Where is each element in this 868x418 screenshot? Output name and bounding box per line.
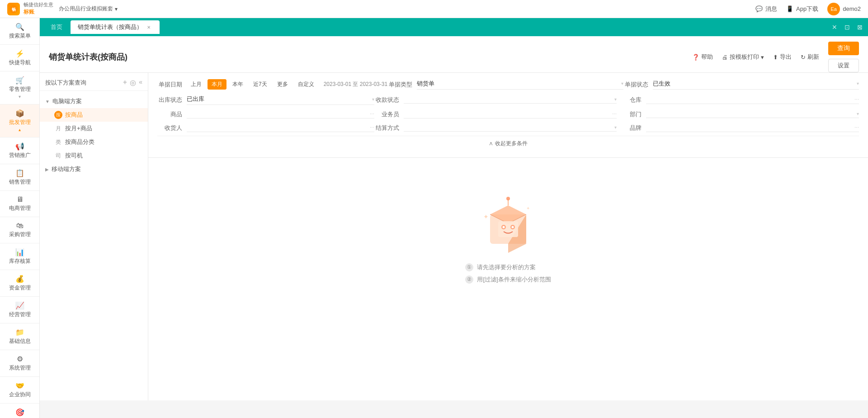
search-menu-icon: 🔍: [2, 23, 38, 31]
sidebar-item-quicknav[interactable]: ⚡ 快捷导航: [0, 45, 39, 71]
export-icon: ⬆: [773, 54, 778, 61]
empty-illustration: ✦ ✦: [476, 194, 540, 253]
export-button[interactable]: ⬆ 导出: [769, 51, 795, 63]
tip1-num: ①: [465, 263, 473, 271]
tab-sales-report[interactable]: 销货单统计表（按商品） ✕: [71, 20, 160, 34]
purchase-icon: 🛍: [2, 222, 38, 230]
logo-line2: 标账: [24, 8, 53, 16]
industry-selector[interactable]: 办公用品行业模拟账套 ▾: [59, 5, 118, 13]
staff-dots[interactable]: ···: [612, 110, 617, 117]
warehouse-label: 仓库: [617, 96, 646, 104]
industry-arrow-icon: ▾: [115, 6, 118, 12]
date-this-month[interactable]: 本月: [208, 79, 226, 90]
empty-tip-2: ② 用[过滤]条件来缩小分析范围: [465, 274, 551, 285]
svg-text:畅: 畅: [12, 7, 16, 12]
sidebar-retail-label: 零售管理: [2, 86, 38, 93]
tab-bar-actions: ✕ ⊡ ⊠: [830, 22, 864, 33]
export-label: 导出: [780, 53, 792, 61]
tip2-num: ②: [465, 276, 473, 284]
circle-icon[interactable]: ◎: [130, 78, 136, 87]
message-button[interactable]: 💬 消息: [755, 5, 777, 13]
sidebar-purchase-label: 采购管理: [2, 231, 38, 238]
date-range-display: 2023-03-01 至 2023-03-31: [324, 81, 387, 88]
sidebar-item-operations[interactable]: 📈 经营管理: [0, 297, 39, 323]
date-7days[interactable]: 近7天: [249, 79, 271, 90]
tree-item-by-month-goods[interactable]: 月 按月+商品: [40, 122, 148, 135]
out-status-group: 出库状态 已出库 ▾: [157, 95, 374, 105]
sidebar-item-sales[interactable]: 📋 销售管理: [0, 164, 39, 191]
tab-restore-icon[interactable]: ⊡: [843, 22, 852, 33]
dept-group: 部门 ▾: [617, 110, 859, 119]
page-content: 销货单统计表(按商品) ❓ 帮助 🖨 按模板打印 ▾ ⬆ 导出: [40, 36, 868, 418]
refresh-button[interactable]: ↻ 刷新: [797, 51, 823, 63]
left-nav-panel: 按以下方案查询 + ◎ « ▼ 电脑端方案: [40, 73, 148, 400]
doc-status-value: 已生效: [653, 80, 857, 88]
sidebar-item-ecommerce[interactable]: 🖥 电商管理: [0, 191, 39, 217]
refresh-label: 刷新: [807, 53, 819, 61]
doc-status-caret[interactable]: ▾: [857, 81, 859, 86]
collapse-conditions-label: ∧ 收起更多条件: [489, 140, 527, 147]
add-scheme-button[interactable]: +: [123, 78, 127, 87]
out-status-control: 已出库 ▾: [187, 95, 374, 105]
tab-close-icon[interactable]: ✕: [145, 24, 152, 31]
sidebar-item-wholesale[interactable]: 📦 批发管理 ▴: [0, 104, 39, 138]
sidebar-item-purchase[interactable]: 🛍 采购管理: [0, 217, 39, 243]
sidebar-item-inventory[interactable]: 📊 库存核算: [0, 243, 39, 270]
sidebar-item-retail[interactable]: 🛒 零售管理 ▾: [0, 71, 39, 104]
page-title: 销货单统计表(按商品): [49, 52, 127, 62]
tab-maximize-icon[interactable]: ⊠: [855, 22, 864, 33]
logo-line1: 畅捷信好生意: [24, 2, 53, 8]
tip1-text: 请先选择要分析的方案: [477, 262, 536, 272]
date-custom[interactable]: 自定义: [294, 79, 318, 90]
sales-icon: 📋: [2, 169, 38, 177]
svg-point-10: [503, 226, 505, 228]
settings-button[interactable]: 设置: [828, 59, 859, 72]
tree-item-by-category[interactable]: 类 按商品分类: [40, 135, 148, 149]
dept-caret[interactable]: ▾: [857, 111, 859, 116]
sidebar-item-marketing[interactable]: 📢 营销推广: [0, 138, 39, 164]
user-menu[interactable]: Ea demo2: [827, 3, 861, 15]
goods-dots[interactable]: ···: [370, 110, 374, 117]
staff-label: 业务员: [374, 110, 404, 119]
collapse-panel-icon[interactable]: «: [139, 78, 142, 87]
sidebar-finance-label: 资金管理: [2, 284, 38, 292]
warehouse-dots[interactable]: ···: [854, 96, 859, 102]
tab-home[interactable]: 首页: [43, 20, 70, 34]
tree-group-pc[interactable]: ▼ 电脑端方案: [40, 95, 148, 108]
sidebar-item-collab[interactable]: 🤝 企业协同: [0, 377, 39, 404]
tree-group-mobile[interactable]: ▶ 移动端方案: [40, 162, 148, 176]
payment-group: 结算方式 ▾: [374, 124, 617, 132]
tab-close-all-icon[interactable]: ✕: [830, 22, 839, 33]
logo-icon: 畅: [7, 3, 20, 15]
sidebar-item-basic[interactable]: 📁 基础信息: [0, 323, 39, 350]
sidebar-item-finance[interactable]: 💰 资金管理: [0, 270, 39, 297]
date-this-year[interactable]: 本年: [228, 79, 247, 90]
filter-row-3: 商品 ··· 业务员 ···: [157, 110, 859, 119]
sidebar-operations-label: 经营管理: [2, 311, 38, 318]
collapse-conditions-button[interactable]: ∧ 收起更多条件: [157, 136, 859, 151]
query-button[interactable]: 查询: [828, 42, 859, 55]
app-download-button[interactable]: 📱 App下载: [786, 5, 818, 13]
sidebar-item-system[interactable]: ⚙ 系统管理: [0, 350, 39, 377]
doc-type-value: 销货单: [417, 80, 621, 88]
receiver-dots[interactable]: ···: [370, 124, 374, 130]
app-label: App下载: [796, 5, 818, 13]
doc-status-label: 单据状态: [623, 81, 653, 89]
brand-dots[interactable]: ···: [854, 124, 859, 130]
tree-item-by-goods-label: 按商品: [65, 111, 83, 119]
receipt-status-control: ▾: [404, 97, 617, 104]
date-filter-group: 单据日期 上月 本月 本年 近7天 更多 自定义 2023-03-01 至 20…: [157, 79, 387, 90]
print-template-button[interactable]: 🖨 按模板打印 ▾: [718, 51, 768, 63]
tree-item-by-driver[interactable]: 司 按司机: [40, 149, 148, 162]
header-right: 💬 消息 📱 App下载 Ea demo2: [755, 3, 861, 15]
tree-group-pc-label: 电脑端方案: [52, 97, 82, 105]
by-goods-icon: 按: [54, 111, 62, 119]
sidebar-item-search[interactable]: 🔍 搜索菜单: [0, 18, 39, 45]
doc-type-label: 单据类型: [387, 81, 417, 89]
tree-item-by-goods[interactable]: 按 按商品: [40, 108, 148, 122]
date-last-month[interactable]: 上月: [187, 79, 206, 90]
sidebar-item-guide[interactable]: 🎯 新手引导: [0, 404, 39, 418]
doc-status-group: 单据状态 已生效 ▾: [623, 80, 859, 90]
help-button[interactable]: ❓ 帮助: [689, 51, 717, 63]
date-more[interactable]: 更多: [273, 79, 292, 90]
